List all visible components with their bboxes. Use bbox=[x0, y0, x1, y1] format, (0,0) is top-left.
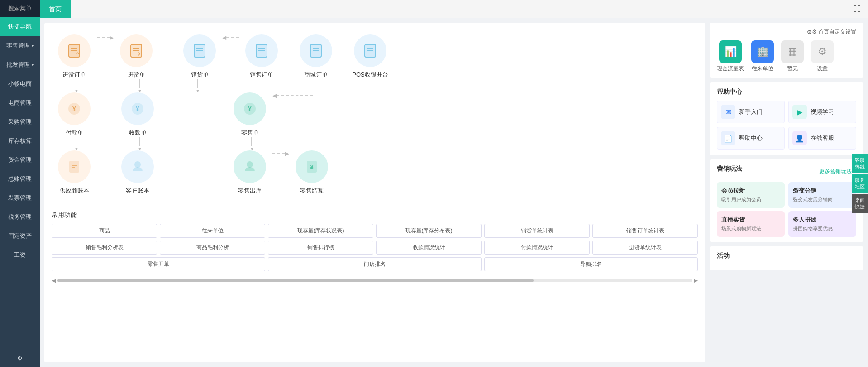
help-item-help[interactable]: 📄 帮助中心 bbox=[717, 127, 785, 150]
func-btn-goods-gross[interactable]: 商品毛利分析 bbox=[160, 241, 265, 255]
func-btn-gross-analysis[interactable]: 销售毛利分析表 bbox=[52, 241, 157, 255]
func-btn-sales-order-stat[interactable]: 销售订单统计表 bbox=[592, 224, 698, 238]
float-btn-community[interactable]: 服务社区 bbox=[852, 174, 868, 193]
sidebar-item-quick-nav[interactable]: 快捷导航 bbox=[0, 17, 40, 36]
flow-node-customer-ledger[interactable]: 客户账本 bbox=[115, 150, 160, 195]
sales-bill-icon bbox=[183, 34, 216, 67]
flow-node-retail-out[interactable]: 零售出库 bbox=[227, 150, 272, 195]
pos-icon bbox=[354, 34, 386, 67]
fullscreen-icon[interactable]: ⛶ bbox=[854, 5, 861, 13]
qa-item-settings[interactable]: ⚙ 设置 bbox=[811, 40, 834, 72]
sidebar: 搜索菜单 快捷导航 零售管理 ▾ 批发管理 ▾ 小畅电商 电商管理 采购管理 库… bbox=[0, 0, 40, 367]
spacer bbox=[97, 79, 115, 88]
arrow-1: ▶ bbox=[97, 34, 114, 58]
sidebar-item-ecom[interactable]: 电商管理 bbox=[0, 93, 40, 112]
sidebar-item-tax[interactable]: 税务管理 bbox=[0, 208, 40, 227]
sidebar-label-payroll: 工资 bbox=[14, 251, 26, 259]
v-conn-payment: ▼ bbox=[52, 137, 97, 146]
mall-order-label: 商城订单 bbox=[304, 71, 328, 79]
video-label: 视频学习 bbox=[811, 108, 834, 116]
sidebar-item-payroll[interactable]: 工资 bbox=[0, 246, 40, 265]
help-item-video[interactable]: ▶ 视频学习 bbox=[788, 101, 856, 123]
flow-node-retail-bill[interactable]: ¥ 零售单 bbox=[227, 92, 272, 137]
help-label: 帮助中心 bbox=[739, 134, 763, 142]
sidebar-label-finance: 资金管理 bbox=[8, 156, 32, 164]
qa-item-cashflow[interactable]: 📊 现金流量表 bbox=[717, 40, 744, 72]
help-item-beginner[interactable]: ✉ 新手入门 bbox=[717, 101, 785, 123]
flow-node-purchase-order[interactable]: 进货订单 bbox=[52, 34, 97, 79]
arrow-2: ◀ bbox=[222, 34, 239, 58]
sidebar-item-assets[interactable]: 固定资产 bbox=[0, 227, 40, 246]
retail-settle-icon: ¥ bbox=[296, 150, 328, 183]
receipt-icon: ¥ bbox=[121, 92, 154, 125]
scroll-track[interactable] bbox=[57, 279, 692, 282]
marketing-item-fission[interactable]: 裂变分销 裂变式发展分销商 bbox=[788, 182, 856, 208]
sidebar-label-wholesale: 批发管理 bbox=[6, 61, 30, 69]
tab-home[interactable]: 首页 bbox=[40, 0, 71, 18]
sidebar-label-ecom-small: 小畅电商 bbox=[8, 80, 32, 88]
scroll-left-arrow[interactable]: ◀ bbox=[52, 277, 56, 284]
sidebar-item-settings[interactable]: ⚙ bbox=[0, 349, 40, 367]
func-btn-stock2[interactable]: 现存量(库存分布表) bbox=[376, 224, 482, 238]
func-btn-retail-order[interactable]: 零售开单 bbox=[52, 257, 265, 271]
sidebar-item-wholesale[interactable]: 批发管理 ▾ bbox=[0, 55, 40, 74]
func-btn-receipt-stat[interactable]: 收款情况统计 bbox=[376, 241, 482, 255]
flow-node-sales-bill[interactable]: 销货单 bbox=[177, 34, 222, 79]
func-btn-contacts[interactable]: 往来单位 bbox=[160, 224, 265, 238]
sidebar-item-invoice[interactable]: 发票管理 bbox=[0, 188, 40, 208]
payment-label: 付款单 bbox=[66, 129, 83, 137]
svg-rect-36 bbox=[70, 161, 79, 172]
func-btn-store-rank[interactable]: 门店排名 bbox=[268, 257, 482, 271]
sidebar-item-inventory[interactable]: 库存核算 bbox=[0, 131, 40, 150]
retail-settle-label: 零售结算 bbox=[300, 187, 324, 195]
retail-bill-label: 零售单 bbox=[241, 129, 259, 137]
service-icon: 👤 bbox=[792, 131, 807, 145]
flow-node-purchase-bill[interactable]: 进货单 bbox=[114, 34, 159, 79]
purchase-order-label: 进货订单 bbox=[62, 71, 86, 79]
topbar: 首页 ⛶ bbox=[40, 0, 868, 18]
chevron-down-icon: ▾ bbox=[32, 63, 34, 68]
topbar-right: ⛶ bbox=[854, 5, 868, 13]
qa-item-none[interactable]: ▦ 暂无 bbox=[781, 40, 804, 72]
marketing-item-live[interactable]: 直播卖货 场景式购物新玩法 bbox=[717, 211, 785, 237]
qa-item-contacts[interactable]: 🏢 往来单位 bbox=[751, 40, 774, 72]
sidebar-item-retail[interactable]: 零售管理 ▾ bbox=[0, 36, 40, 55]
func-btn-sales-stat[interactable]: 销货单统计表 bbox=[484, 224, 590, 238]
sidebar-item-ecom-small[interactable]: 小畅电商 bbox=[0, 74, 40, 93]
float-btn-desktop[interactable]: 桌面快捷 bbox=[852, 194, 868, 213]
func-btn-purchase-stat[interactable]: 进货单统计表 bbox=[592, 241, 698, 255]
sidebar-item-ledger[interactable]: 总账管理 bbox=[0, 169, 40, 188]
marketing-item-group[interactable]: 多人拼团 拼团购物享受优惠 bbox=[788, 211, 856, 237]
help-item-service[interactable]: 👤 在线客服 bbox=[788, 127, 856, 150]
customize-settings-link[interactable]: ⚙ ⚙ 首页自定义设置 bbox=[717, 28, 856, 36]
flow-node-receipt[interactable]: ¥ 收款单 bbox=[115, 92, 160, 137]
float-btn-service[interactable]: 客服热线 bbox=[852, 154, 868, 173]
purchase-bill-icon bbox=[120, 34, 153, 67]
func-btn-stock1[interactable]: 现存量(库存状况表) bbox=[268, 224, 373, 238]
customize-label: ⚙ 首页自定义设置 bbox=[812, 28, 856, 36]
sidebar-item-finance[interactable]: 资金管理 bbox=[0, 150, 40, 169]
func-btn-payment-stat[interactable]: 付款情况统计 bbox=[484, 241, 590, 255]
func-btn-sales-rank[interactable]: 销售排行榜 bbox=[268, 241, 373, 255]
scroll-right-arrow[interactable]: ▶ bbox=[694, 277, 698, 284]
flow-node-mall-order[interactable]: 商城订单 bbox=[293, 34, 339, 79]
sidebar-item-purchase[interactable]: 采购管理 bbox=[0, 112, 40, 131]
scroll-thumb bbox=[57, 279, 534, 282]
arrow-pos-retail: ◀ bbox=[272, 92, 313, 116]
flow-node-pos[interactable]: POS收银开台 bbox=[348, 34, 393, 79]
marketing-item-member[interactable]: 会员拉新 吸引用户成为会员 bbox=[717, 182, 785, 208]
sidebar-search[interactable]: 搜索菜单 bbox=[0, 0, 40, 17]
svg-point-40 bbox=[135, 162, 140, 167]
func-btn-goods[interactable]: 商品 bbox=[52, 224, 157, 238]
contacts-icon: 🏢 bbox=[751, 40, 774, 63]
flow-node-sales-order[interactable]: 销售订单 bbox=[239, 34, 284, 79]
flow-node-supplier-ledger[interactable]: 供应商账本 bbox=[52, 150, 97, 195]
purchase-bill-label: 进货单 bbox=[128, 71, 145, 79]
supplier-ledger-label: 供应商账本 bbox=[60, 187, 89, 195]
flow-node-payment[interactable]: ¥ 付款单 bbox=[52, 92, 97, 137]
flow-node-retail-settle[interactable]: ¥ 零售结算 bbox=[289, 150, 334, 195]
more-marketing-link[interactable]: 更多营销玩法 > bbox=[819, 168, 856, 175]
group-title: 多人拼团 bbox=[793, 216, 852, 224]
flow-diagram: 进货订单 ▶ 进货单 bbox=[52, 30, 698, 204]
func-btn-guide-rank[interactable]: 导购排名 bbox=[484, 257, 698, 271]
